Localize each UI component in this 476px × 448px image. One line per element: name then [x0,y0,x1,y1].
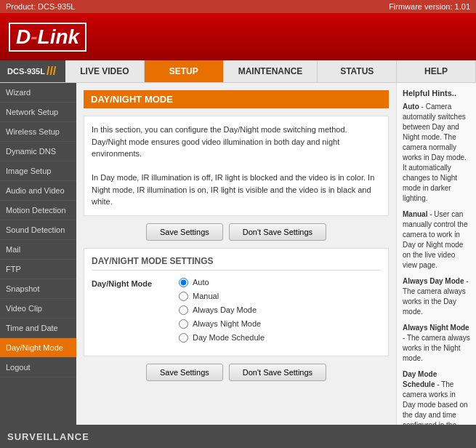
bottom-button-row: Save Settings Don't Save Settings [84,364,389,381]
top-button-row: Save Settings Don't Save Settings [84,223,389,241]
header: D-Link [0,13,476,60]
bottom-bar: SURVEILLANCE [0,425,476,448]
hint-always-night: Always Night Mode - The camera always wo… [403,323,470,364]
tab-help[interactable]: HELP [397,60,476,82]
model-badge: DCS-935L /// [0,60,65,82]
sidebar-item-time-date[interactable]: Time and Date [0,319,76,338]
hint-manual-text: - User can manually control the camera t… [403,210,468,269]
hint-auto-text: - Camera automatily switches between Day… [403,103,467,202]
radio-auto[interactable]: Auto [179,278,265,287]
sidebar-item-mail[interactable]: Mail [0,240,76,260]
day-night-mode-row: Day/Night Mode Auto Manual Always Day Mo… [92,278,381,343]
hints-title: Helpful Hints.. [403,89,470,97]
model-label: DCS-935L [7,67,45,76]
sidebar-item-ftp[interactable]: FTP [0,260,76,279]
hints-panel: Helpful Hints.. Auto - Camera automatily… [396,83,476,425]
hint-day-schedule-label: Day Mode Schedule [403,370,437,388]
radio-manual-input[interactable] [179,292,188,301]
sidebar-item-network-setup[interactable]: Network Setup [0,103,76,122]
sidebar-item-video-clip[interactable]: Video Clip [0,299,76,319]
sidebar-item-day-night[interactable]: Day/Night Mode [0,338,76,358]
tab-setup[interactable]: SETUP [145,60,224,82]
logo: D-Link [9,23,86,52]
hint-day-schedule: Day Mode Schedule - The camera works in … [403,369,470,425]
radio-always-day[interactable]: Always Day Mode [179,305,265,315]
radio-always-day-label: Always Day Mode [193,305,257,314]
firmware-label: Firmware version: 1.01 [389,2,470,11]
hint-always-day-label: Always Day Mode [403,277,464,285]
radio-day-schedule-label: Day Mode Schedule [193,333,265,342]
hint-manual: Manual - User can manually control the c… [403,209,470,271]
radio-day-schedule[interactable]: Day Mode Schedule [179,333,265,343]
hint-auto-label: Auto [403,103,419,111]
settings-section: DAY/NIGHT MODE SETTINGS Day/Night Mode A… [84,248,389,356]
settings-title: DAY/NIGHT MODE SETTINGS [92,256,381,271]
dont-save-top-button[interactable]: Don't Save Settings [229,223,326,241]
description-box: In this section, you can configure the D… [84,116,389,216]
tab-maintenance[interactable]: MAINTENANCE [224,60,318,82]
sidebar-item-snapshot[interactable]: Snapshot [0,279,76,299]
description-text-1: In this section, you can configure the D… [92,124,381,160]
sidebar-item-wizard[interactable]: Wizard [0,83,76,103]
radio-always-night[interactable]: Always Night Mode [179,319,265,329]
content-area: DAY/NIGHT MODE In this section, you can … [76,83,396,425]
hint-always-day: Always Day Mode - The camera always work… [403,276,470,317]
tab-status[interactable]: STATUS [318,60,397,82]
save-settings-top-button[interactable]: Save Settings [146,223,223,241]
sidebar-item-dynamic-dns[interactable]: Dynamic DNS [0,142,76,161]
hint-always-night-label: Always Night Mode [403,324,469,332]
hint-always-night-text: - The camera always works in the Night m… [403,334,470,362]
radio-always-night-input[interactable] [179,319,188,329]
radio-auto-input[interactable] [179,278,188,287]
save-settings-bottom-button[interactable]: Save Settings [146,364,223,381]
main-content: Wizard Network Setup Wireless Setup Dyna… [0,83,476,425]
page-title: DAY/NIGHT MODE [84,90,389,108]
hint-manual-label: Manual [403,210,427,218]
tab-live-video[interactable]: LIVE VIDEO [65,60,145,82]
product-label: Product: DCS-935L [6,2,75,11]
radio-day-schedule-input[interactable] [179,333,188,343]
description-text-2: In Day mode, IR illumination is off, IR … [92,172,381,208]
sidebar-item-wireless-setup[interactable]: Wireless Setup [0,122,76,142]
radio-manual-label: Manual [193,292,219,300]
radio-options-group: Auto Manual Always Day Mode Always Night… [179,278,265,343]
slash-icon: /// [47,65,56,78]
sidebar-item-motion-detection[interactable]: Motion Detection [0,201,76,220]
radio-manual[interactable]: Manual [179,292,265,301]
sidebar: Wizard Network Setup Wireless Setup Dyna… [0,83,76,425]
top-bar: Product: DCS-935L Firmware version: 1.01 [0,0,476,13]
hint-auto: Auto - Camera automatily switches betwee… [403,102,470,204]
radio-always-night-label: Always Night Mode [193,319,261,328]
nav-bar: DCS-935L /// LIVE VIDEO SETUP MAINTENANC… [0,60,476,83]
dont-save-bottom-button[interactable]: Don't Save Settings [229,364,326,381]
sidebar-item-audio-video[interactable]: Audio and Video [0,181,76,201]
radio-always-day-input[interactable] [179,305,188,315]
sidebar-item-logout[interactable]: Logout [0,358,76,377]
surveillance-label: SURVEILLANCE [7,431,89,442]
radio-auto-label: Auto [193,278,209,287]
sidebar-item-image-setup[interactable]: Image Setup [0,161,76,181]
day-night-label: Day/Night Mode [92,278,179,343]
sidebar-item-sound-detection[interactable]: Sound Detection [0,220,76,240]
